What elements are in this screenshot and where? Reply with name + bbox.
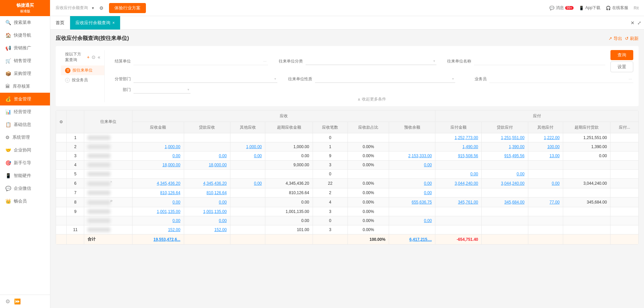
row-no: 5: [67, 170, 84, 179]
partner-category-select[interactable]: [306, 57, 437, 65]
sidebar-icon-sales: 🛒: [5, 58, 11, 63]
app-download-button[interactable]: 📱 App下载: [579, 5, 600, 11]
partner-name-input[interactable]: [474, 57, 605, 65]
row-receivable-ratio: [348, 170, 389, 179]
row-loan-payable: 1,390.00: [482, 142, 528, 151]
settlement-unit-label: 结算单位: [110, 58, 133, 64]
row-overdue-payable: 0.00: [563, 151, 610, 161]
row-receivable-ratio: 0.00%: [348, 216, 389, 225]
top-bar-gear-icon[interactable]: ⚙: [99, 5, 104, 11]
tab-expand-button[interactable]: ⤢: [637, 20, 641, 26]
table-header-settings[interactable]: ⚙: [56, 111, 67, 133]
table-header-payable-group: 应付: [435, 111, 639, 122]
sidebar-item-enterprise[interactable]: 🤝企业协同: [0, 144, 50, 157]
footer-settings-cell: [56, 234, 67, 245]
settlement-unit-dots: ···: [262, 59, 268, 63]
row-other-payable: 100.00: [528, 142, 563, 151]
main: 首页 应收应付余额查询 × ✕ ⤢ 应收应付余额查询(按往来单位) ↗ 导出 ↺…: [50, 16, 644, 308]
refresh-button[interactable]: ↺ 刷新: [625, 36, 639, 42]
sidebar-label-marketing: 营销推广: [14, 45, 31, 51]
sidebar-item-inventory[interactable]: 🏛库存核算: [0, 80, 50, 93]
row-settings-cell: [56, 225, 67, 234]
row-partner: ████████: [84, 151, 132, 161]
tab-home[interactable]: 首页: [50, 16, 70, 30]
sidebar-item-business[interactable]: 📊经营管理: [0, 105, 50, 118]
export-button[interactable]: ↗ 导出: [608, 36, 622, 42]
sidebar-item-guide[interactable]: 🎯新手引导: [0, 157, 50, 169]
row-loan-payable: [482, 188, 528, 197]
export-label: 导出: [613, 36, 622, 42]
sidebar-icon-hardware: 📱: [5, 173, 11, 178]
row-no: 6: [67, 179, 84, 188]
sidebar-item-search[interactable]: 🔍搜索菜单: [0, 16, 50, 29]
table-row: 2 ████████ 1,000.00 1,000.00 1,000.00 1 …: [56, 142, 639, 151]
row-other-receivable: [230, 216, 265, 225]
filter-collapse-button[interactable]: «: [98, 54, 100, 60]
messages-button[interactable]: 💬 消息 99+: [549, 5, 574, 11]
row-no: 9: [67, 207, 84, 216]
row-overdue-receivable: 0.00: [265, 216, 313, 225]
filter-collapse-link[interactable]: ∧ 收起更多条件: [358, 96, 386, 102]
sidebar-item-system[interactable]: ⚙系统管理: [0, 131, 50, 144]
sidebar-item-quick-nav[interactable]: 🏠快捷导航: [0, 29, 50, 42]
filter-add-button[interactable]: +: [87, 54, 90, 60]
refresh-label: 刷新: [630, 36, 639, 42]
row-overdue-receivable: [265, 170, 313, 179]
sidebar-label-basic: 基础信息: [14, 122, 31, 128]
row-receivable-count: 1: [313, 142, 348, 151]
row-other-payable: [528, 207, 563, 216]
solution-button[interactable]: 体验行业方案: [109, 3, 146, 13]
row-loan-receivable: 0.00: [184, 151, 230, 161]
sidebar-item-hardware[interactable]: 📱智能硬件: [0, 169, 50, 182]
tab-close-icon[interactable]: ×: [112, 20, 115, 25]
partner-nature-select[interactable]: [315, 75, 455, 83]
sidebar-item-basic[interactable]: 📋基础信息: [0, 118, 50, 131]
row-partner: ████████^: [84, 179, 132, 188]
sidebar-item-wechat[interactable]: 💬企业微信: [0, 182, 50, 195]
dept-select[interactable]: [133, 86, 191, 93]
row-receivable-amount: 0.00: [132, 216, 184, 225]
sidebar-icon-inventory: 🏛: [5, 84, 10, 89]
sidebar-item-marketing[interactable]: 📢营销推广: [0, 42, 50, 54]
footer-no-cell: [67, 234, 84, 245]
filter-settings-icon[interactable]: ⊙: [92, 54, 96, 60]
row-receivable-count: 3: [313, 161, 348, 170]
row-loan-payable: [482, 225, 528, 234]
sidebar-label-inventory: 库存核算: [13, 83, 30, 89]
sidebar-item-sales[interactable]: 🛒销售管理: [0, 54, 50, 67]
top-bar-dropdown-icon[interactable]: ▾: [92, 6, 94, 10]
row-receivable-amount: 0.00: [132, 151, 184, 161]
row-loan-payable: 915,495.56: [482, 151, 528, 161]
tab-current[interactable]: 应收应付余额查询 ×: [70, 16, 120, 30]
row-receivable-count: 0: [313, 133, 348, 142]
sidebar-item-purchase[interactable]: 📦采购管理: [0, 67, 50, 80]
row-loan-receivable: 0.00: [184, 216, 230, 225]
settlement-unit-input[interactable]: [133, 57, 262, 65]
tab-close-button[interactable]: ✕: [631, 20, 635, 26]
scheme-by-staff[interactable]: ○ 按业务员: [61, 75, 104, 85]
settings-button[interactable]: 设置: [610, 61, 633, 72]
query-button[interactable]: 查询: [610, 50, 633, 60]
footer-prepaid-balance: 6,417,215....: [389, 234, 435, 245]
row-partner: ████████P: [84, 197, 132, 207]
scheme-by-company[interactable]: 货 按往来单位: [61, 65, 104, 75]
dept-manager-select[interactable]: [133, 75, 277, 83]
row-receivable-amount: 152.00: [132, 225, 184, 234]
user-name: Rit: [634, 6, 639, 10]
online-service-button[interactable]: 🎧 在线客服: [606, 5, 628, 11]
row-payable-amount: 0.00: [435, 170, 482, 179]
row-overdue-receivable: 0.00: [265, 197, 313, 207]
row-prepaid-balance: 0.00: [389, 188, 435, 197]
salesman-input[interactable]: [489, 75, 627, 83]
footer-loan-receivable: [184, 234, 230, 245]
sidebar-item-capital[interactable]: 💰资金管理: [0, 93, 50, 105]
sidebar-collapse-icon[interactable]: ⏩: [14, 298, 21, 305]
data-table: ⚙ 往来单位 应收 应付 应收金额 贷款应收 其他应收 超期应收金额 应收笔数 …: [56, 110, 639, 245]
row-other-receivable: 0.00: [230, 151, 265, 161]
top-bar-breadcrumb: 应收应付余额查询: [56, 5, 88, 11]
sidebar-settings-icon[interactable]: ⚙: [5, 298, 10, 305]
sidebar-item-member[interactable]: 👑畅会员: [0, 195, 50, 208]
row-loan-payable: 0.00: [482, 170, 528, 179]
sidebar-label-system: 系统管理: [12, 134, 30, 140]
row-overdue-receivable: 1,001,135.00: [265, 207, 313, 216]
